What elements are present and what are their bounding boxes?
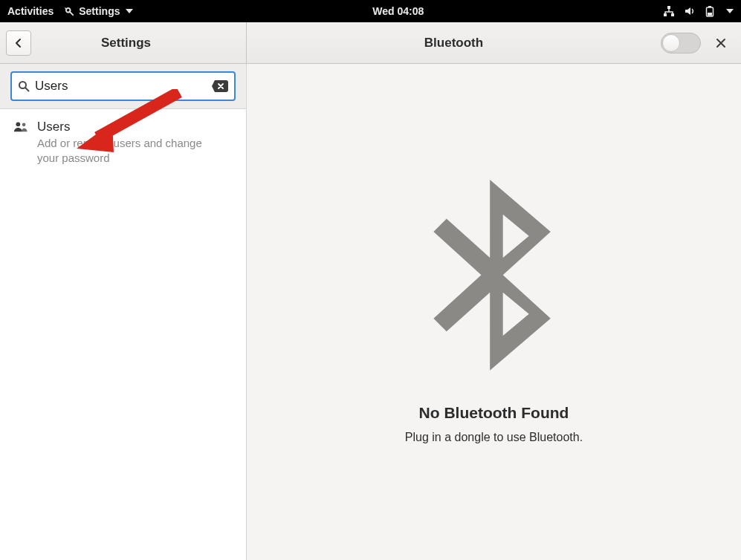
svg-point-7 xyxy=(19,82,26,88)
header-right: Bluetooth xyxy=(247,22,741,63)
tools-icon xyxy=(64,6,75,17)
content-panel: No Bluetooth Found Plug in a dongle to u… xyxy=(247,64,741,560)
clear-icon xyxy=(217,82,224,90)
volume-icon xyxy=(684,5,696,17)
svg-rect-1 xyxy=(664,13,667,16)
svg-rect-2 xyxy=(671,13,674,16)
svg-point-9 xyxy=(22,123,26,126)
header-left: Settings xyxy=(0,22,247,63)
network-icon xyxy=(663,5,675,17)
bluetooth-toggle[interactable] xyxy=(661,33,701,53)
back-button[interactable] xyxy=(6,30,31,56)
activities-button[interactable]: Activities xyxy=(7,5,54,17)
clear-search-button[interactable] xyxy=(212,80,228,92)
app-menu-label: Settings xyxy=(79,5,120,17)
result-description: Add or remove users and change your pass… xyxy=(37,136,223,166)
svg-rect-0 xyxy=(667,6,670,9)
search-field[interactable] xyxy=(10,71,236,101)
search-input[interactable] xyxy=(35,79,207,94)
users-icon xyxy=(13,120,28,136)
svg-rect-4 xyxy=(708,6,711,7)
header-bar: Settings Bluetooth xyxy=(0,22,741,64)
result-title: Users xyxy=(37,120,223,134)
search-icon xyxy=(18,80,30,92)
top-bar: Activities Settings Wed 04:08 xyxy=(0,0,741,22)
close-icon xyxy=(716,38,726,48)
app-menu[interactable]: Settings xyxy=(64,5,133,17)
toggle-knob xyxy=(662,34,680,52)
sidebar-item-users[interactable]: Users Add or remove users and change you… xyxy=(0,109,246,177)
chevron-down-icon xyxy=(126,9,133,13)
system-tray[interactable] xyxy=(663,5,734,17)
battery-icon xyxy=(705,5,715,17)
bluetooth-status-subtext: Plug in a dongle to use Bluetooth. xyxy=(405,431,583,444)
svg-point-8 xyxy=(16,122,20,126)
close-button[interactable] xyxy=(708,30,734,56)
search-bar xyxy=(0,64,246,109)
sidebar: Users Add or remove users and change you… xyxy=(0,64,247,560)
chevron-down-icon xyxy=(726,9,734,13)
body: Users Add or remove users and change you… xyxy=(0,64,741,560)
svg-rect-5 xyxy=(708,13,712,16)
bluetooth-status-heading: No Bluetooth Found xyxy=(419,404,569,422)
clock[interactable]: Wed 04:08 xyxy=(133,5,663,17)
bluetooth-icon xyxy=(424,180,565,391)
sidebar-title: Settings xyxy=(37,36,240,51)
panel-title: Bluetooth xyxy=(254,36,653,51)
chevron-left-icon xyxy=(14,38,23,48)
